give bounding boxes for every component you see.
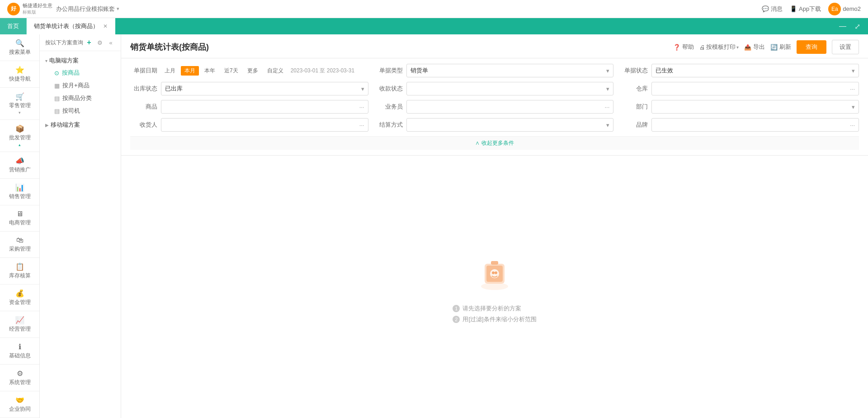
retail-icon: 🛒 [15, 92, 24, 101]
salesperson-dots[interactable]: ··· [605, 104, 610, 110]
tab-bar-actions: — ⤢ [837, 21, 868, 32]
tree-group-mobile-header[interactable]: ▶ 移动端方案 [40, 119, 121, 131]
doc-type-value: 销货单 [410, 66, 428, 75]
tree-item-by-month-product[interactable]: ▦ 按月+商品 [40, 79, 121, 92]
scheme-collapse-button[interactable]: « [106, 38, 115, 47]
product-dots[interactable]: ··· [359, 104, 364, 110]
payment-label: 结算方式 [376, 121, 403, 129]
settings-button[interactable]: 设置 [832, 40, 859, 54]
sidebar-item-wholesale-label: 批发管理 [9, 134, 31, 142]
product-select[interactable]: ··· [161, 100, 368, 114]
tab-sales-stat[interactable]: 销货单统计表（按商品） ✕ [27, 18, 115, 34]
sidebar-item-retail-label: 零售管理 [9, 102, 31, 109]
sidebar-item-sales-mgmt-label: 销售管理 [9, 193, 31, 200]
query-button[interactable]: 查询 [797, 40, 826, 54]
tab-bar: 首页 销货单统计表（按商品） ✕ — ⤢ [0, 18, 868, 34]
tree-item-by-product-label: 按商品 [62, 69, 80, 77]
tree-group-mobile: ▶ 移动端方案 [40, 119, 121, 131]
sidebar-item-ecommerce[interactable]: 🖥 电商管理 [0, 205, 39, 232]
inventory-icon: 📋 [15, 262, 24, 271]
scheme-add-button[interactable]: + [85, 38, 94, 47]
message-button[interactable]: 💬 消息 [762, 5, 783, 13]
brand-label: 品牌 [621, 121, 648, 129]
brand-select[interactable]: ··· [651, 118, 859, 132]
tab-home-label: 首页 [7, 22, 19, 30]
sidebar-item-retail[interactable]: 🛒 零售管理 ▾ [0, 88, 39, 120]
dept-label: 部门 [621, 103, 648, 111]
date-tab-last-7[interactable]: 近7天 [221, 66, 242, 76]
template-print-button[interactable]: 🖨 按模板打印 ▾ [699, 43, 739, 51]
tab-close-icon[interactable]: ✕ [103, 23, 108, 29]
marketing-icon: 📣 [15, 157, 24, 165]
doc-status-select[interactable]: 已生效 ▾ [651, 64, 859, 77]
empty-tip-1: 1 请先选择要分析的方案 [453, 304, 536, 313]
tree-group-desktop-label: 电脑端方案 [49, 57, 79, 65]
receiver-dots[interactable]: ··· [359, 122, 364, 128]
sidebar-item-wholesale[interactable]: 📦 批发管理 ▴ [0, 120, 39, 152]
tree-desktop-toggle: ▾ [45, 58, 47, 63]
sidebar-item-search[interactable]: 🔍 搜索菜单 [0, 34, 39, 61]
wholesale-expand-icon: ▴ [19, 142, 21, 147]
scheme-settings-button[interactable]: ⚙ [95, 38, 104, 47]
scheme-panel-header: 按以下方案查询 + ⚙ « [40, 34, 121, 51]
tree-item-by-category[interactable]: ▤ 按商品分类 [40, 92, 121, 104]
sidebar-item-quick-nav[interactable]: ⭐ 快捷导航 [0, 61, 39, 88]
sidebar-item-sales-mgmt[interactable]: 📊 销售管理 [0, 179, 39, 205]
dept-select[interactable]: ▾ [651, 100, 859, 114]
doc-type-select[interactable]: 销货单 ▾ [406, 64, 614, 77]
wholesale-icon: 📦 [15, 124, 24, 133]
help-button[interactable]: ❓ 帮助 [673, 43, 694, 51]
collapse-button[interactable]: ∧ 收起更多条件 [130, 136, 859, 150]
sidebar-item-operation[interactable]: 📈 经营管理 [0, 311, 39, 338]
date-tab-more[interactable]: 更多 [244, 66, 262, 76]
filter-product: 商品 ··· [130, 100, 368, 114]
tip1-text: 请先选择要分析的方案 [462, 304, 521, 313]
date-tab-this-year[interactable]: 本年 [201, 66, 219, 76]
svg-point-5 [495, 271, 497, 274]
tab-home[interactable]: 首页 [0, 18, 27, 34]
collapse-text: ∧ 收起更多条件 [475, 140, 514, 146]
payment-select[interactable]: ▾ [406, 118, 614, 132]
tab-expand-button[interactable]: ⤢ [852, 21, 863, 32]
system-icon: ⚙ [17, 369, 23, 378]
payment-chevron: ▾ [606, 122, 609, 128]
refresh-button[interactable]: 🔄 刷新 [770, 43, 791, 51]
date-tab-last-month[interactable]: 上月 [161, 66, 179, 76]
workspace-chevron: ▾ [117, 6, 119, 12]
sidebar-item-system[interactable]: ⚙ 系统管理 [0, 365, 39, 391]
export-button[interactable]: 📤 导出 [744, 43, 765, 51]
tree-item-by-cashier[interactable]: ▤ 按司机 [40, 104, 121, 117]
tree-item-by-product[interactable]: ⊙ 按商品 [40, 66, 121, 79]
dept-chevron: ▾ [852, 104, 855, 110]
date-tab-custom[interactable]: 自定义 [264, 66, 287, 76]
tab-minimize-button[interactable]: — [837, 21, 848, 32]
salesperson-select[interactable]: ··· [406, 100, 614, 114]
brand-dots[interactable]: ··· [850, 122, 855, 128]
help-label: 帮助 [682, 43, 694, 51]
page-title: 销货单统计表(按商品) [130, 42, 209, 52]
receipt-status-select[interactable]: ▾ [406, 82, 614, 95]
workspace-name: 办公用品行业模拟账套 [56, 5, 115, 13]
sidebar-item-purchase[interactable]: 🛍 采购管理 [0, 232, 39, 258]
empty-icon [472, 250, 517, 295]
warehouse-dots[interactable]: ··· [850, 86, 855, 92]
app-download-button[interactable]: 📱 App下载 [790, 5, 821, 13]
out-status-select[interactable]: 已出库 ▾ [161, 82, 368, 95]
sidebar-item-search-label: 搜索菜单 [9, 48, 31, 56]
sidebar-item-basic[interactable]: ℹ 基础信息 [0, 338, 39, 365]
receiver-select[interactable]: ··· [161, 118, 368, 132]
export-label: 导出 [753, 43, 765, 51]
app-download-label: App下载 [799, 5, 821, 13]
sidebar-item-finance[interactable]: 💰 资金管理 [0, 285, 39, 311]
filter-warehouse: 仓库 ··· [621, 82, 859, 95]
user-menu[interactable]: Ea demo2 [828, 3, 861, 15]
sidebar-item-marketing[interactable]: 📣 营销推广 [0, 152, 39, 179]
warehouse-select[interactable]: ··· [651, 82, 859, 95]
sidebar-item-inventory[interactable]: 📋 库存核算 [0, 258, 39, 285]
workspace-selector[interactable]: 办公用品行业模拟账套 ▾ [56, 5, 119, 13]
tree-group-desktop-header[interactable]: ▾ 电脑端方案 [40, 55, 121, 66]
sidebar-item-enterprise[interactable]: 🤝 企业协同 [0, 391, 39, 418]
date-tab-this-month[interactable]: 本月 [181, 66, 199, 76]
sidebar-item-basic-label: 基础信息 [9, 352, 31, 360]
sidebar-item-system-label: 系统管理 [9, 379, 31, 386]
